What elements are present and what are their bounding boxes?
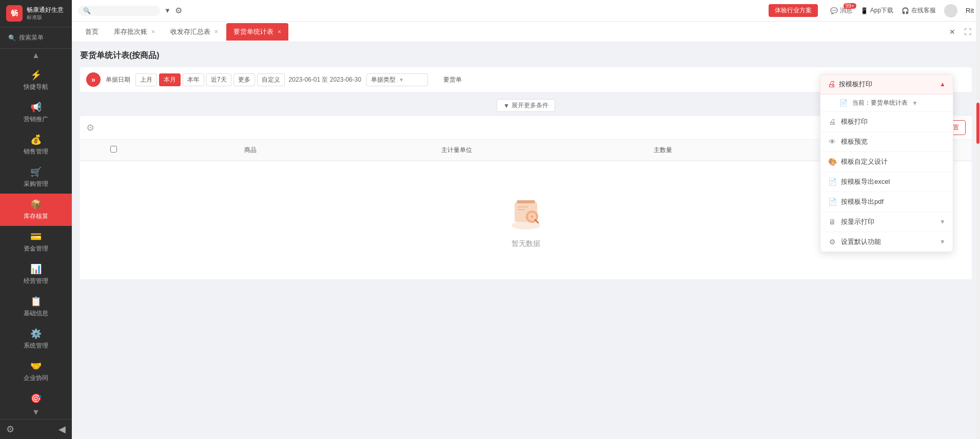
select-all-checkbox[interactable] — [110, 146, 117, 152]
right-scrollbar[interactable] — [976, 0, 980, 439]
current-template-arrow: ▼ — [912, 100, 918, 107]
app-download-label: App下载 — [870, 6, 893, 15]
topbar-gear-icon[interactable]: ⚙ — [175, 6, 182, 15]
tab-receipt-summary-close[interactable]: × — [214, 28, 218, 35]
th-unit: 主计量单位 — [354, 144, 560, 157]
sidebar: 畅 畅康通好生意 标准版 🔍 搜索菜单 ▲ ⚡ 快捷导航 📢 营销推广 💰 销售… — [0, 0, 72, 439]
sidebar-item-guide[interactable]: 🎯 新手引导 — [0, 388, 72, 406]
dropdown-item-set-default[interactable]: ⚙ 设置默认功能 ▼ — [820, 232, 953, 252]
date-filter-group: 上月 本月 本年 近7天 更多 自定义 2023-06-01 至 2023-06… — [135, 73, 361, 86]
sidebar-item-purchase[interactable]: 🛒 采购管理 — [0, 161, 72, 194]
date-current-month-btn[interactable]: 本月 — [159, 73, 181, 86]
date-custom-btn[interactable]: 自定义 — [257, 73, 285, 86]
tab-home[interactable]: 首页 — [78, 23, 106, 41]
template-print-label: 模板打印 — [841, 117, 946, 126]
tab-receipt-summary[interactable]: 收发存汇总表 × — [163, 23, 225, 41]
app-logo-icon: 畅 — [6, 5, 23, 22]
sidebar-logo: 畅 畅康通好生意 标准版 — [0, 0, 72, 27]
basic-icon: 📋 — [30, 296, 42, 307]
sidebar-item-finance[interactable]: 💳 资金管理 — [0, 226, 72, 258]
date-prev-month-btn[interactable]: 上月 — [135, 73, 157, 86]
app-name: 畅康通好生意 — [27, 6, 64, 14]
topbar-dropdown-arrow[interactable]: ▼ — [164, 7, 171, 14]
template-design-label: 模板自定义设计 — [841, 157, 946, 166]
scrollbar-thumb[interactable] — [976, 103, 979, 144]
sidebar-search-area: 🔍 搜索菜单 — [0, 27, 72, 49]
type-filter-arrow: ▼ — [399, 77, 404, 83]
filter-expand-button[interactable]: » — [86, 72, 101, 87]
topbar-search-icon: 🔍 — [83, 7, 91, 14]
trial-button[interactable]: 体验行业方案 — [769, 4, 818, 17]
set-default-label: 设置默认功能 — [841, 237, 935, 246]
display-print-arrow: ▼ — [939, 218, 946, 225]
dropdown-current-template[interactable]: 📄 当前：要货单统计表 ▼ — [820, 94, 953, 112]
date-filter-label: 单据日期 — [106, 75, 130, 84]
message-icon: 💬 — [830, 7, 838, 14]
template-preview-icon: 👁 — [828, 138, 837, 146]
finance-icon: 💳 — [30, 231, 42, 242]
sidebar-scroll-up[interactable]: ▲ — [0, 49, 72, 62]
sidebar-settings-icon[interactable]: ⚙ — [6, 424, 14, 435]
set-default-icon: ⚙ — [828, 238, 837, 246]
dropdown-item-template-design[interactable]: 🎨 模板自定义设计 — [820, 152, 953, 172]
table-config-icon[interactable]: ⚙ — [86, 122, 94, 133]
purchase-icon: 🛒 — [30, 166, 42, 178]
tab-inventory-batch[interactable]: 库存批次账 × — [107, 23, 162, 41]
topbar-dropdown-area: ▼ — [164, 7, 171, 14]
tab-fullscreen-button[interactable]: ⛶ — [962, 26, 974, 38]
message-button[interactable]: 💬 消息 99+ — [830, 6, 852, 15]
inventory-icon: 📦 — [30, 199, 42, 210]
customer-service-button[interactable]: 🎧 在线客服 — [901, 6, 936, 15]
expand-more-button[interactable]: ▼ 展开更多条件 — [497, 99, 555, 112]
sidebar-item-enterprise[interactable]: 🤝 企业协同 — [0, 355, 72, 388]
app-download-button[interactable]: 📱 App下载 — [860, 6, 893, 15]
sidebar-item-marketing[interactable]: 📢 营销推广 — [0, 97, 72, 129]
sidebar-item-basic-label: 基础信息 — [24, 309, 48, 318]
sidebar-item-basic[interactable]: 📋 基础信息 — [0, 291, 72, 323]
date-current-year-btn[interactable]: 本年 — [183, 73, 204, 86]
sidebar-item-system[interactable]: ⚙️ 系统管理 — [0, 323, 72, 355]
sidebar-item-sales[interactable]: 💰 销售管理 — [0, 129, 72, 161]
th-product: 商品 — [148, 144, 354, 157]
sidebar-item-operation[interactable]: 📊 经营管理 — [0, 258, 72, 291]
tab-order-stats[interactable]: 要货单统计表 × — [226, 23, 288, 41]
tab-home-label: 首页 — [85, 27, 99, 36]
type-filter-select[interactable]: 单据类型 ▼ — [366, 73, 428, 86]
sidebar-item-enterprise-label: 企业协同 — [24, 374, 48, 383]
template-excel-label: 按模板导出excel — [841, 177, 946, 186]
template-pdf-label: 按模板导出pdf — [841, 197, 946, 206]
sidebar-scroll-down[interactable]: ▼ — [0, 406, 72, 419]
sidebar-item-finance-label: 资金管理 — [24, 244, 48, 253]
sidebar-item-inventory-label: 库存核算 — [24, 212, 48, 221]
date-more-btn[interactable]: 更多 — [233, 73, 255, 86]
message-badge: 99+ — [844, 3, 856, 9]
sidebar-item-purchase-label: 采购管理 — [24, 180, 48, 188]
marketing-icon: 📢 — [30, 102, 42, 113]
sales-icon: 💰 — [30, 134, 42, 145]
tab-close-window-button[interactable]: ✕ — [946, 26, 958, 38]
sidebar-item-inventory[interactable]: 📦 库存核算 — [0, 194, 72, 226]
dropdown-item-template-print[interactable]: 🖨 模板打印 — [820, 112, 953, 132]
app-name-block: 畅康通好生意 标准版 — [27, 6, 64, 22]
user-name: Rit — [966, 7, 974, 14]
tab-inventory-batch-close[interactable]: × — [151, 28, 155, 35]
dropdown-item-template-preview[interactable]: 👁 模板预览 — [820, 132, 953, 152]
user-avatar[interactable] — [944, 4, 957, 17]
expand-more-icon: ▼ — [503, 102, 509, 109]
tab-order-stats-label: 要货单统计表 — [233, 27, 273, 36]
dropdown-item-template-excel[interactable]: 📄 按模板导出excel — [820, 172, 953, 192]
phone-icon: 📱 — [860, 7, 868, 14]
dropdown-chevron-icon[interactable]: ▲ — [939, 81, 946, 88]
svg-point-0 — [512, 221, 540, 230]
search-menu-button[interactable]: 🔍 搜索菜单 — [5, 31, 67, 44]
sidebar-item-shortcut[interactable]: ⚡ 快捷导航 — [0, 64, 72, 97]
dropdown-item-display-print[interactable]: 🖥 按显示打印 ▼ — [820, 212, 953, 232]
dropdown-item-template-pdf[interactable]: 📄 按模板导出pdf — [820, 192, 953, 212]
sidebar-collapse-icon[interactable]: ◀ — [58, 424, 66, 435]
set-default-arrow: ▼ — [939, 238, 946, 245]
tab-order-stats-close[interactable]: × — [278, 28, 281, 35]
topbar-search-box[interactable]: 🔍 — [78, 6, 160, 16]
expand-more-label: 展开更多条件 — [512, 101, 548, 110]
tab-inventory-batch-label: 库存批次账 — [114, 27, 147, 36]
date-7days-btn[interactable]: 近7天 — [206, 73, 231, 86]
